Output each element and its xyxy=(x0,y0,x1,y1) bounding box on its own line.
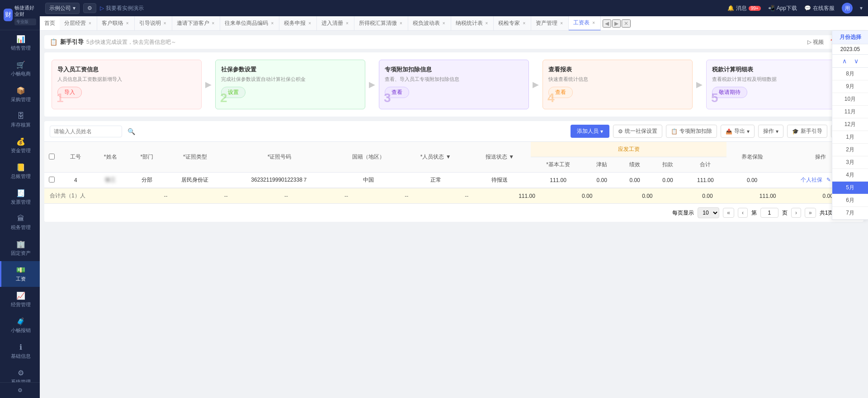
action-edit-0[interactable]: ✎ xyxy=(826,177,831,183)
row-checkbox-0 xyxy=(44,173,59,188)
sidebar-item-经营管理[interactable]: 📈经营管理 xyxy=(0,287,40,313)
tab-close-9[interactable]: × xyxy=(442,20,446,26)
first-page-btn[interactable]: « xyxy=(723,208,734,218)
export-button[interactable]: 📤 导出 ▾ xyxy=(721,125,755,138)
month-item-8月[interactable]: 8月 xyxy=(832,68,868,80)
month-next-btn[interactable]: ∨ xyxy=(852,56,860,66)
tab-close-6[interactable]: × xyxy=(307,20,312,26)
row-allowance-0: 0.00 xyxy=(585,173,618,188)
sidebar-item-采购管理[interactable]: 📦采购管理 xyxy=(0,82,40,108)
tab-资产管理[interactable]: 资产管理× xyxy=(531,16,569,31)
prev-page-btn[interactable]: ‹ xyxy=(738,208,748,218)
month-item-7月[interactable]: 7月 xyxy=(832,207,868,220)
sidebar-item-系统管理[interactable]: ⚙系统管理 xyxy=(0,364,40,382)
tab-往来单位商品编码[interactable]: 往来单位商品编码× xyxy=(220,16,279,31)
action-social-0[interactable]: 个人社保 xyxy=(801,177,822,183)
tab-close-1[interactable]: × xyxy=(88,20,92,26)
operation-button[interactable]: 操作 ▾ xyxy=(758,125,783,138)
select-all-checkbox[interactable] xyxy=(49,154,55,159)
app-download-btn[interactable]: 📲 App下载 xyxy=(768,5,797,12)
step-title-4: 查看报表 xyxy=(548,66,687,74)
tab-邀请下游客户[interactable]: 邀请下游客户× xyxy=(172,16,221,31)
tab-nav-left[interactable]: ◀ xyxy=(603,19,611,28)
tab-close-3[interactable]: × xyxy=(163,20,167,26)
month-item-5月[interactable]: 5月 xyxy=(832,182,868,194)
sidebar-item-小畅电商[interactable]: 🛒小畅电商 xyxy=(0,56,40,82)
header-id-type: *证照类型 xyxy=(165,142,225,173)
page-input[interactable] xyxy=(760,208,778,218)
last-page-btn[interactable]: » xyxy=(805,208,816,218)
sidebar-item-工资[interactable]: 💵工资 xyxy=(0,261,40,287)
tab-close-7[interactable]: × xyxy=(345,20,349,26)
guide-video-btn[interactable]: ▷ 视频 xyxy=(807,38,824,46)
tab-税检专家[interactable]: 税检专家× xyxy=(494,16,531,31)
tab-客户联络[interactable]: 客户联络× xyxy=(97,16,135,31)
tab-close-13[interactable]: × xyxy=(591,20,596,26)
sidebar-item-销售管理[interactable]: 📊销售管理 xyxy=(0,30,40,56)
sidebar-item-税务管理[interactable]: 🏛税务管理 xyxy=(0,210,40,235)
tab-close-11[interactable]: × xyxy=(522,20,526,26)
sidebar-icon-12: ℹ xyxy=(5,343,36,351)
sidebar-item-资金管理[interactable]: 💰资金管理 xyxy=(0,133,40,159)
month-item-1月[interactable]: 1月 xyxy=(832,131,868,144)
month-item-2月[interactable]: 2月 xyxy=(832,144,868,156)
tab-nav-right[interactable]: ▶ xyxy=(612,19,621,28)
table-row: 4 张三 分部 居民身份证 36232119990122338７ 中国 正常 待… xyxy=(44,173,863,188)
demo-btn[interactable]: ▷ 我要看实例演示 xyxy=(100,5,144,12)
guide-button[interactable]: 🎓 新手引导 xyxy=(787,125,827,138)
company-selector[interactable]: 示例公司 ▾ xyxy=(45,3,80,14)
sidebar-settings-btn[interactable]: ⚙ xyxy=(0,382,40,398)
month-item-6月[interactable]: 6月 xyxy=(832,194,868,207)
row-id-num-0: 36232119990122338７ xyxy=(225,173,334,188)
per-page-select[interactable]: 10 20 50 xyxy=(698,207,719,218)
tab-close-12[interactable]: × xyxy=(559,20,564,26)
tab-close-all[interactable]: ✕ xyxy=(622,19,631,28)
tab-税务申报[interactable]: 税务申报× xyxy=(279,16,317,31)
tab-工资表[interactable]: 工资表× xyxy=(569,16,601,31)
sidebar-item-发票管理[interactable]: 🧾发票管理 xyxy=(0,184,40,210)
row-select-0[interactable] xyxy=(49,177,55,183)
add-person-button[interactable]: 添加人员 ▾ xyxy=(571,125,609,138)
month-item-10月[interactable]: 10月 xyxy=(832,93,868,106)
header-status: *人员状态 ▼ xyxy=(403,142,469,173)
export-icon: 📤 xyxy=(726,128,732,135)
tab-close-4[interactable]: × xyxy=(211,20,216,26)
sidebar-icon-1: 🛒 xyxy=(5,61,36,69)
tab-close-10[interactable]: × xyxy=(485,20,489,26)
sidebar-item-库存核算[interactable]: 🗄库存核算 xyxy=(0,108,40,133)
tab-home[interactable]: 首页 xyxy=(40,19,60,27)
tab-所得税汇算清缴[interactable]: 所得税汇算清缴× xyxy=(354,16,408,31)
month-prev-btn[interactable]: ∧ xyxy=(840,56,849,66)
tab-分层经营[interactable]: 分层经营× xyxy=(60,16,97,31)
special-deduction-button[interactable]: 📋 专项附加扣除 xyxy=(666,125,717,138)
message-btn[interactable]: 🔔 消息 99+ xyxy=(727,5,761,12)
social-security-button[interactable]: ⚙ 统一社保设置 xyxy=(613,125,662,138)
search-input[interactable] xyxy=(50,126,122,137)
sidebar-item-小畅报销[interactable]: 🧳小畅报销 xyxy=(0,313,40,338)
month-item-9月[interactable]: 9月 xyxy=(832,80,868,93)
tab-close-5[interactable]: × xyxy=(270,20,274,26)
user-settings-icon[interactable]: ▾ xyxy=(860,5,863,11)
sidebar-item-基础信息[interactable]: ℹ基础信息 xyxy=(0,338,40,364)
month-item-3月[interactable]: 3月 xyxy=(832,156,868,169)
step-desc-1: 人员信息及工资数据新增导入 xyxy=(57,75,196,83)
settings-btn[interactable]: ⚙ xyxy=(83,3,96,13)
tab-close-8[interactable]: × xyxy=(399,20,403,26)
sidebar-icon-8: 🏢 xyxy=(5,240,36,248)
next-page-btn[interactable]: › xyxy=(791,208,801,218)
avatar[interactable]: 用 xyxy=(842,3,853,14)
tab-税负波动表[interactable]: 税负波动表× xyxy=(408,16,451,31)
search-button[interactable]: 🔍 xyxy=(126,128,137,135)
chevron-down-icon: ▾ xyxy=(776,128,778,135)
tab-close-2[interactable]: × xyxy=(125,20,130,26)
sidebar-item-总账管理[interactable]: 📒总账管理 xyxy=(0,159,40,184)
tab-引导说明[interactable]: 引导说明× xyxy=(135,16,172,31)
social-security-label: 统一社保设置 xyxy=(625,127,657,135)
month-item-4月[interactable]: 4月 xyxy=(832,169,868,182)
tab-进入清册[interactable]: 进入清册× xyxy=(317,16,354,31)
month-item-12月[interactable]: 12月 xyxy=(832,118,868,131)
month-item-11月[interactable]: 11月 xyxy=(832,106,868,118)
sidebar-item-固定资产[interactable]: 🏢固定资产 xyxy=(0,235,40,261)
online-service-btn[interactable]: 💬 在线客服 xyxy=(804,5,835,12)
tab-纳税统计表[interactable]: 纳税统计表× xyxy=(451,16,494,31)
